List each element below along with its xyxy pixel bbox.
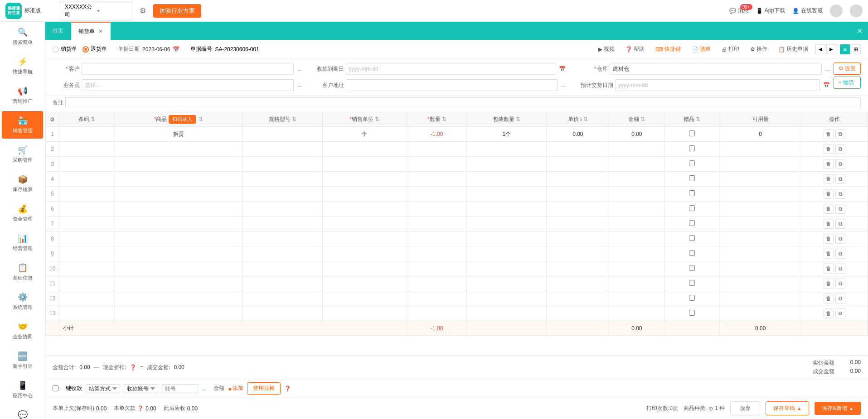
cell-product-5[interactable] bbox=[115, 202, 243, 217]
gift-checkbox-3[interactable] bbox=[689, 175, 695, 181]
cell-quantity-10[interactable] bbox=[407, 276, 467, 291]
sidebar-item-sales[interactable]: 🏪 销售管理 bbox=[2, 111, 43, 139]
cell-spec-9[interactable] bbox=[242, 261, 322, 276]
cell-amount-12[interactable] bbox=[609, 306, 664, 321]
delete-row-0-button[interactable]: 🗑 bbox=[824, 129, 834, 139]
copy-row-6-button[interactable]: ⧉ bbox=[835, 219, 845, 229]
salesman-input[interactable]: 选择... bbox=[82, 79, 294, 91]
cell-barcode-4[interactable] bbox=[59, 187, 115, 202]
gift-checkbox-12[interactable] bbox=[689, 310, 695, 316]
cell-product-2[interactable] bbox=[115, 157, 243, 172]
cell-pkg-qty-4[interactable] bbox=[467, 187, 547, 202]
expected-date-input[interactable]: yyyy-mm-dd bbox=[615, 79, 820, 91]
cell-amount-11[interactable] bbox=[609, 291, 664, 306]
cell-unit-10[interactable] bbox=[322, 276, 407, 291]
tab-close-icon[interactable]: ✕ bbox=[98, 28, 103, 34]
cell-unit-price-9[interactable] bbox=[547, 261, 609, 276]
gift-checkbox-0[interactable] bbox=[689, 130, 695, 136]
cell-gift-5[interactable] bbox=[664, 202, 720, 217]
discount-help-icon[interactable]: ❓ bbox=[130, 364, 136, 371]
arrears-help-icon[interactable]: ❓ bbox=[137, 405, 144, 411]
sidebar-item-marketing[interactable]: 📢 营销推广 bbox=[2, 82, 43, 109]
payment-account-select[interactable]: 收款账号 bbox=[124, 384, 158, 393]
cell-gift-6[interactable] bbox=[664, 217, 720, 231]
sort-pkg-icon[interactable]: ⇅ bbox=[516, 116, 520, 122]
cell-unit-price-6[interactable] bbox=[547, 217, 609, 231]
sort-product-icon[interactable]: ⇅ bbox=[199, 116, 203, 122]
cell-pkg-qty-8[interactable] bbox=[467, 246, 547, 261]
close-all-tabs-button[interactable]: ✕ bbox=[857, 27, 863, 35]
action-button[interactable]: ⚙ 操作 bbox=[747, 43, 771, 55]
cell-amount-2[interactable] bbox=[609, 157, 664, 172]
cell-spec-5[interactable] bbox=[242, 202, 322, 217]
customer-address-more-icon[interactable]: ... bbox=[561, 82, 566, 88]
cell-barcode-6[interactable] bbox=[59, 217, 115, 231]
copy-row-2-button[interactable]: ⧉ bbox=[835, 159, 845, 169]
cell-barcode-2[interactable] bbox=[59, 157, 115, 172]
cell-pkg-qty-6[interactable] bbox=[467, 217, 547, 231]
radio-sale-order[interactable]: 销货单 bbox=[53, 45, 77, 53]
cell-unit-11[interactable] bbox=[322, 291, 407, 306]
copy-row-10-button[interactable]: ⧉ bbox=[835, 279, 845, 289]
cell-gift-9[interactable] bbox=[664, 261, 720, 276]
cell-pkg-qty-3[interactable] bbox=[467, 172, 547, 187]
prev-record-button[interactable]: ◀ bbox=[815, 44, 825, 54]
cell-pkg-qty-5[interactable] bbox=[467, 202, 547, 217]
payment-more-icon[interactable]: ... bbox=[202, 385, 206, 392]
cell-spec-4[interactable] bbox=[242, 187, 322, 202]
cell-gift-10[interactable] bbox=[664, 276, 720, 291]
video-button[interactable]: ▶ 视频 bbox=[595, 43, 618, 55]
cell-amount-3[interactable] bbox=[609, 172, 664, 187]
setup-button[interactable]: ⚙ 设置 bbox=[834, 63, 861, 75]
cell-amount-9[interactable] bbox=[609, 261, 664, 276]
cell-barcode-5[interactable] bbox=[59, 202, 115, 217]
print-button[interactable]: 🖨 打印 bbox=[718, 43, 743, 55]
cell-unit-price-10[interactable] bbox=[547, 276, 609, 291]
calendar-icon[interactable]: 📅 bbox=[173, 46, 179, 53]
cell-barcode-0[interactable] bbox=[59, 127, 115, 142]
settings-button[interactable]: ⚙ bbox=[136, 4, 150, 18]
cell-spec-10[interactable] bbox=[242, 276, 322, 291]
cell-unit-price-3[interactable] bbox=[547, 172, 609, 187]
cell-barcode-11[interactable] bbox=[59, 291, 115, 306]
next-record-button[interactable]: ▶ bbox=[826, 44, 836, 54]
select-button[interactable]: 📄 选单 bbox=[688, 43, 714, 55]
customer-address-input[interactable] bbox=[346, 79, 558, 91]
sort-qty-icon[interactable]: ⇅ bbox=[442, 116, 446, 122]
cell-pkg-qty-0[interactable]: 1个 bbox=[467, 127, 547, 142]
cell-spec-11[interactable] bbox=[242, 291, 322, 306]
cell-quantity-6[interactable] bbox=[407, 217, 467, 231]
cell-gift-3[interactable] bbox=[664, 172, 720, 187]
delete-row-6-button[interactable]: 🗑 bbox=[824, 219, 834, 229]
cell-amount-5[interactable] bbox=[609, 202, 664, 217]
cell-unit-price-7[interactable] bbox=[547, 231, 609, 246]
gift-checkbox-6[interactable] bbox=[689, 220, 695, 226]
cell-product-7[interactable] bbox=[115, 231, 243, 246]
cell-barcode-10[interactable] bbox=[59, 276, 115, 291]
cell-product-1[interactable] bbox=[115, 142, 243, 157]
cell-quantity-5[interactable] bbox=[407, 202, 467, 217]
gift-checkbox-7[interactable] bbox=[689, 235, 695, 241]
cell-product-8[interactable] bbox=[115, 246, 243, 261]
cell-unit-6[interactable] bbox=[322, 217, 407, 231]
payment-account-input[interactable] bbox=[162, 384, 198, 393]
gift-checkbox-1[interactable] bbox=[689, 145, 695, 151]
cell-spec-2[interactable] bbox=[242, 157, 322, 172]
shortcut-button[interactable]: ⌨ 快捷键 bbox=[652, 43, 684, 55]
copy-row-4-button[interactable]: ⧉ bbox=[835, 189, 845, 199]
cell-amount-8[interactable] bbox=[609, 246, 664, 261]
cell-unit-1[interactable] bbox=[322, 142, 407, 157]
cell-barcode-8[interactable] bbox=[59, 246, 115, 261]
help-button[interactable]: ❓ 帮助 bbox=[622, 43, 648, 55]
gift-checkbox-9[interactable] bbox=[689, 265, 695, 271]
delete-row-9-button[interactable]: 🗑 bbox=[824, 264, 834, 274]
cell-unit-2[interactable] bbox=[322, 157, 407, 172]
cell-pkg-qty-7[interactable] bbox=[467, 231, 547, 246]
sidebar-item-guide[interactable]: 🆕 新手引导 bbox=[2, 347, 43, 374]
payment-method-select[interactable]: 结算方式 bbox=[86, 384, 120, 393]
user-avatar[interactable] bbox=[830, 5, 843, 17]
tab-sales-order[interactable]: 销货单 ✕ bbox=[71, 22, 111, 40]
cell-product-6[interactable] bbox=[115, 217, 243, 231]
delete-row-3-button[interactable]: 🗑 bbox=[824, 174, 834, 184]
cell-unit-price-1[interactable] bbox=[547, 142, 609, 157]
